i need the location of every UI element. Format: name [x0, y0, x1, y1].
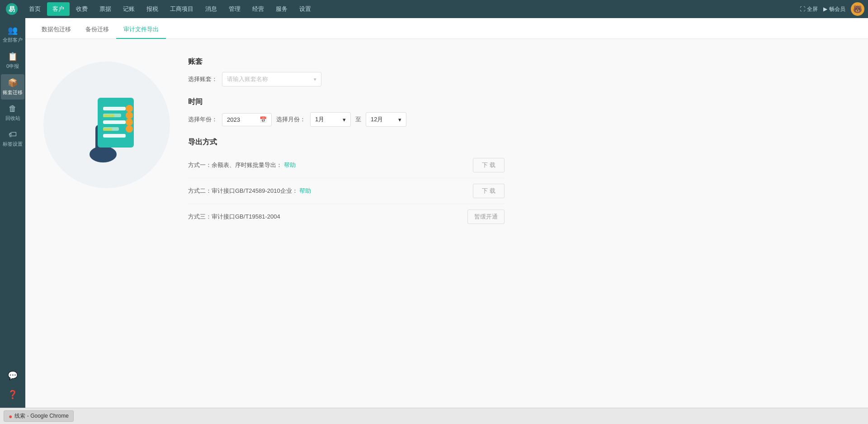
- svg-rect-7: [103, 120, 126, 124]
- sidebar-label-tag-settings: 标签设置: [3, 141, 23, 148]
- fullscreen-label: 全屏: [807, 5, 818, 13]
- tab-backup-migration[interactable]: 备份迁移: [78, 21, 116, 39]
- year-input[interactable]: 2023 📅: [222, 113, 272, 126]
- account-placeholder: 请输入账套名称: [227, 75, 268, 83]
- recycle-icon: 🗑: [9, 104, 17, 114]
- account-select-arrow-icon: ▾: [314, 76, 316, 82]
- account-label: 选择账套：: [188, 75, 217, 83]
- export-method-1-download-btn[interactable]: 下 载: [473, 158, 505, 172]
- export-row-2: 方式二：审计接口GB/T24589-2010企业： 帮助 下 载: [188, 178, 505, 204]
- taskbar: ● 线索 - Google Chrome: [0, 408, 868, 424]
- account-section: 账套 选择账套： 请输入账套名称 ▾: [188, 57, 505, 86]
- sidebar-item-tag-settings[interactable]: 🏷 标签设置: [1, 126, 24, 151]
- nav-settings[interactable]: 设置: [294, 2, 316, 16]
- export-row-1: 方式一：余额表、序时账批量导出： 帮助 下 载: [188, 152, 505, 178]
- nav-invoice[interactable]: 票据: [94, 2, 117, 16]
- month-end-arrow-icon: ▾: [398, 116, 401, 123]
- sidebar-label-recycle: 回收站: [5, 115, 20, 122]
- export-method-1-help[interactable]: 帮助: [284, 162, 296, 168]
- taskbar-chrome-item[interactable]: ● 线索 - Google Chrome: [4, 410, 74, 422]
- export-section-title: 导出方式: [188, 138, 505, 147]
- sidebar: 👥 全部客户 📋 0申报 📦 账套迁移 🗑 回收站 🏷 标签设置 💬 ❓: [0, 18, 25, 408]
- tabs-bar: 数据包迁移 备份迁移 审计文件导出: [25, 18, 868, 39]
- month-end-value: 12月: [371, 115, 383, 124]
- export-method-1-text: 方式一：余额表、序时账批量导出：: [188, 162, 282, 168]
- taskbar-item-label: 线索 - Google Chrome: [14, 412, 68, 420]
- export-method-2-text: 方式二：审计接口GB/T24589-2010企业：: [188, 187, 298, 194]
- export-row-3-label: 方式三：审计接口GB/T19581-2004: [188, 213, 467, 221]
- zero-report-icon: 📋: [8, 52, 18, 62]
- sidebar-item-account-migration[interactable]: 📦 账套迁移: [1, 74, 24, 100]
- all-clients-icon: 👥: [8, 25, 18, 35]
- svg-point-13: [126, 125, 133, 133]
- export-method-2-download-btn[interactable]: 下 载: [473, 184, 505, 198]
- export-row-2-label: 方式二：审计接口GB/T24589-2010企业： 帮助: [188, 187, 473, 195]
- nav-fee[interactable]: 收费: [71, 2, 93, 16]
- svg-rect-9: [103, 134, 126, 138]
- account-section-title: 账套: [188, 57, 505, 67]
- sidebar-item-recycle[interactable]: 🗑 回收站: [1, 100, 24, 125]
- time-row: 选择年份： 2023 📅 选择月份： 1月 ▾ 至 12月: [188, 112, 505, 127]
- nav-operation[interactable]: 经营: [247, 2, 269, 16]
- nav-client[interactable]: 客户: [47, 2, 70, 16]
- logo: 易: [4, 1, 20, 17]
- svg-point-11: [126, 112, 133, 119]
- time-section: 时间 选择年份： 2023 📅 选择月份： 1月 ▾ 至: [188, 97, 505, 127]
- sidebar-item-zero-report[interactable]: 📋 0申报: [1, 48, 24, 73]
- month-label: 选择月份：: [276, 115, 306, 124]
- svg-text:易: 易: [9, 5, 15, 13]
- sidebar-label-account-migration: 账套迁移: [3, 89, 23, 96]
- svg-point-12: [126, 119, 133, 126]
- time-separator: 至: [355, 115, 361, 124]
- nav-tax[interactable]: 报税: [141, 2, 164, 16]
- svg-point-10: [126, 105, 133, 112]
- sidebar-item-all-clients[interactable]: 👥 全部客户: [1, 22, 24, 47]
- tab-audit-export[interactable]: 审计文件导出: [116, 21, 166, 39]
- member-btn[interactable]: ▶ 畅会员: [823, 5, 845, 13]
- nav-right: ⛶ 全屏 ▶ 畅会员 🐻: [800, 2, 864, 16]
- month-start-value: 1月: [315, 115, 324, 124]
- content-area: 数据包迁移 备份迁移 审计文件导出: [25, 18, 868, 408]
- form-area: 账套 选择账套： 请输入账套名称 ▾ 时间 选择年份：: [188, 52, 505, 394]
- sidebar-label-all-clients: 全部客户: [3, 37, 23, 43]
- export-method-3-coming-soon-btn[interactable]: 暂缓开通: [467, 210, 505, 224]
- fullscreen-btn[interactable]: ⛶ 全屏: [800, 5, 818, 13]
- sidebar-message-icon[interactable]: 💬: [5, 368, 20, 383]
- year-label: 选择年份：: [188, 115, 217, 124]
- account-migration-icon: 📦: [8, 78, 18, 88]
- svg-rect-5: [103, 107, 126, 110]
- export-section: 导出方式 方式一：余额表、序时账批量导出： 帮助 下 载 方式二：审计接口GB/…: [188, 138, 505, 229]
- account-select[interactable]: 请输入账套名称 ▾: [222, 72, 321, 86]
- nav-accounting[interactable]: 记账: [118, 2, 140, 16]
- svg-rect-15: [103, 128, 112, 131]
- page-content: 账套 选择账套： 请输入账套名称 ▾ 时间 选择年份：: [25, 39, 868, 408]
- nav-items: 首页 客户 收费 票据 记账 报税 工商项目 消息 管理 经营 服务 设置: [24, 2, 800, 16]
- month-end-select[interactable]: 12月 ▾: [366, 112, 406, 127]
- member-label: 畅会员: [829, 5, 845, 13]
- tag-settings-icon: 🏷: [9, 130, 17, 139]
- nav-message[interactable]: 消息: [200, 2, 222, 16]
- export-row-3: 方式三：审计接口GB/T19581-2004 暂缓开通: [188, 204, 505, 229]
- sidebar-label-zero-report: 0申报: [6, 63, 19, 70]
- export-method-2-help[interactable]: 帮助: [299, 187, 311, 194]
- nav-business[interactable]: 工商项目: [165, 2, 199, 16]
- main-layout: 👥 全部客户 📋 0申报 📦 账套迁移 🗑 回收站 🏷 标签设置 💬 ❓ 数据包…: [0, 18, 868, 408]
- nav-home[interactable]: 首页: [24, 2, 46, 16]
- nav-manage[interactable]: 管理: [223, 2, 246, 16]
- top-nav: 易 首页 客户 收费 票据 记账 报税 工商项目 消息 管理 经营 服务 设置 …: [0, 0, 868, 18]
- month-start-arrow-icon: ▾: [343, 116, 346, 123]
- sidebar-help-icon[interactable]: ❓: [5, 387, 20, 402]
- member-icon: ▶: [823, 6, 827, 12]
- illustration: [43, 62, 170, 188]
- tab-data-migration[interactable]: 数据包迁移: [34, 21, 78, 39]
- export-method-3-text: 方式三：审计接口GB/T19581-2004: [188, 213, 280, 220]
- svg-rect-14: [103, 114, 114, 117]
- month-start-select[interactable]: 1月 ▾: [310, 112, 351, 127]
- calendar-icon: 📅: [259, 116, 267, 123]
- export-row-1-label: 方式一：余额表、序时账批量导出： 帮助: [188, 161, 473, 169]
- avatar[interactable]: 🐻: [851, 2, 864, 16]
- time-section-title: 时间: [188, 97, 505, 107]
- nav-service[interactable]: 服务: [270, 2, 293, 16]
- chrome-icon: ●: [9, 413, 12, 420]
- year-value: 2023: [227, 116, 240, 123]
